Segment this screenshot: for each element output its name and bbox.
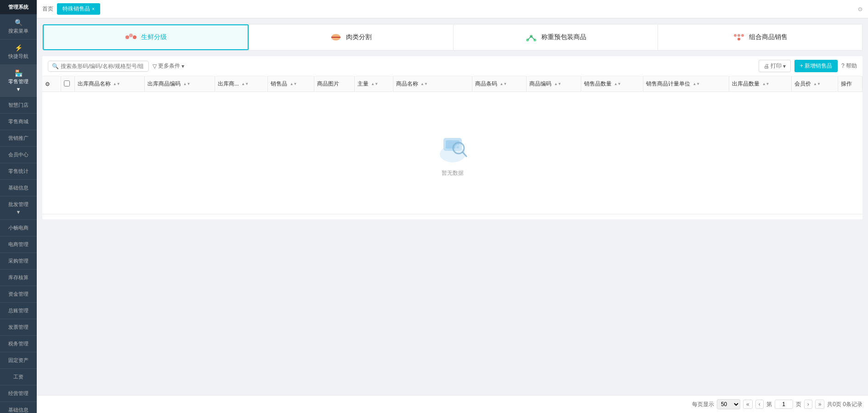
data-card: 🔍 ▽ 更多条件 ▾ 🖨 打印 ▾	[42, 56, 862, 219]
sort-arrows: ▲▼	[241, 82, 249, 86]
cat-tab-meat-cut[interactable]: 肉类分割	[249, 24, 453, 50]
sidebar-item-mini-ecom[interactable]: 小畅电商	[0, 220, 37, 236]
data-table: ⚙ 出库商品名称 ▲▼ 出库商品编码 ▲▼	[42, 76, 862, 92]
help-icon: ?	[841, 63, 845, 69]
sidebar-item-label: 固定资产	[8, 357, 28, 364]
tab-close-button[interactable]: ×	[92, 6, 95, 11]
sort-arrows: ▲▼	[183, 82, 191, 86]
sidebar-item-retail-stats[interactable]: 零售统计	[0, 163, 37, 180]
th-sale-item[interactable]: 销售品 ▲▼	[268, 76, 314, 92]
cat-tab-label: 组合商品销售	[749, 33, 788, 41]
th-out-name[interactable]: 出库商品名称 ▲▼	[74, 76, 145, 92]
settings-icon: ⚙	[45, 81, 50, 87]
sidebar-item-wholesale-mgmt[interactable]: 批发管理 ▼	[0, 196, 37, 220]
sidebar-item-ledger-mgmt[interactable]: 总账管理	[0, 303, 37, 319]
chevron-down-icon: ▼	[16, 209, 21, 215]
horizontal-scrollbar[interactable]	[42, 214, 862, 219]
svg-point-11	[738, 38, 740, 40]
toolbar: 🔍 ▽ 更多条件 ▾ 🖨 打印 ▾	[42, 56, 862, 76]
add-sale-item-button[interactable]: + 新增销售品	[794, 60, 838, 72]
th-sale-qty[interactable]: 销售品数量 ▲▼	[581, 76, 643, 92]
sort-arrows: ▲▼	[614, 82, 621, 86]
sidebar-item-retail-mall[interactable]: 零售商城	[0, 114, 37, 130]
sidebar-item-tax-mgmt[interactable]: 税务管理	[0, 336, 37, 352]
cat-tab-label: 生鲜分级	[141, 33, 167, 41]
sidebar-item-search-menu[interactable]: 🔍 搜索菜单	[0, 14, 37, 40]
th-out-code[interactable]: 出库商品编码 ▲▼	[145, 76, 215, 92]
svg-point-20	[457, 146, 459, 148]
filter-icon: ▽	[153, 63, 157, 69]
help-button[interactable]: ? 帮助	[841, 62, 857, 70]
sort-arrows: ▲▼	[500, 82, 507, 86]
th-out-qty[interactable]: 出库品数量 ▲▼	[729, 76, 791, 92]
th-out-spec[interactable]: 出库商... ▲▼	[215, 76, 267, 92]
sidebar-item-sales-promo[interactable]: 营销推广	[0, 130, 37, 147]
sidebar-item-label: 基础信息	[8, 184, 28, 191]
sidebar-item-label: 搜索菜单	[8, 28, 28, 34]
sidebar-item-label: 会员中心	[8, 151, 28, 158]
next-page-button[interactable]: ›	[804, 400, 812, 409]
prev-page-button[interactable]: ‹	[755, 400, 764, 409]
meat-cut-icon	[329, 32, 342, 43]
sidebar-item-invoice-mgmt[interactable]: 发票管理	[0, 319, 37, 336]
sidebar-item-ecom-mgmt[interactable]: 电商管理	[0, 236, 37, 253]
sidebar-item-quick-nav[interactable]: ⚡ 快捷导航	[0, 40, 37, 65]
svg-point-12	[741, 34, 744, 37]
sidebar-item-label: 智慧门店	[8, 102, 28, 109]
sidebar-item-label: 批发管理	[8, 201, 28, 208]
th-item-name[interactable]: 商品名称 ▲▼	[393, 76, 472, 92]
current-page-input[interactable]	[775, 400, 793, 409]
svg-point-0	[125, 35, 129, 39]
sidebar-item-label: 工资	[13, 373, 23, 380]
sidebar-item-label: 库存核算	[8, 274, 28, 281]
svg-line-9	[531, 36, 535, 40]
th-main-weight[interactable]: 主量 ▲▼	[354, 76, 393, 92]
sidebar: 管理系统 🔍 搜索菜单 ⚡ 快捷导航 🏪 零售管理 ▼ 智慧门店 零售商城 营销…	[0, 0, 37, 413]
sidebar-item-capital-mgmt[interactable]: 资金管理	[0, 286, 37, 303]
sidebar-item-basic-info2[interactable]: 基础信息	[0, 402, 37, 413]
sort-arrows: ▲▼	[290, 82, 297, 86]
search-input[interactable]	[61, 63, 143, 69]
sidebar-item-ops-mgmt[interactable]: 经营管理	[0, 385, 37, 402]
cat-tab-label: 肉类分割	[346, 33, 372, 41]
sidebar-item-label: 零售商城	[8, 118, 28, 125]
svg-point-18	[455, 144, 462, 152]
table-container: ⚙ 出库商品名称 ▲▼ 出库商品编码 ▲▼	[42, 76, 862, 214]
sidebar-item-inventory[interactable]: 库存核算	[0, 270, 37, 286]
search-box[interactable]: 🔍	[48, 61, 149, 72]
per-page-select[interactable]: 50 100 200	[717, 399, 740, 409]
sort-arrows: ▲▼	[813, 82, 821, 86]
cat-tab-weight-prepack[interactable]: 称重预包装商品	[454, 24, 658, 50]
print-button[interactable]: 🖨 打印 ▾	[759, 60, 791, 72]
total-info: 共0页 0条记录	[827, 401, 862, 408]
sidebar-item-member-center[interactable]: 会员中心	[0, 147, 37, 163]
th-item-barcode[interactable]: 商品条码 ▲▼	[472, 76, 527, 92]
th-member-price[interactable]: 会员价 ▲▼	[791, 76, 838, 92]
last-page-button[interactable]: »	[815, 400, 825, 409]
sort-arrows: ▲▼	[420, 82, 428, 86]
th-item-code[interactable]: 商品编码 ▲▼	[527, 76, 581, 92]
chevron-down-icon: ▾	[783, 63, 786, 69]
cat-tab-combo-sales[interactable]: 组合商品销售	[658, 24, 862, 50]
sidebar-item-retail-mgmt[interactable]: 🏪 零售管理 ▼	[0, 65, 37, 97]
page-label-before: 第	[766, 401, 772, 408]
th-checkbox[interactable]	[61, 76, 74, 92]
page-content: 生鲜分级 肉类分割 称重预包装商品	[37, 18, 868, 395]
sidebar-item-purchase-mgmt[interactable]: 采购管理	[0, 253, 37, 270]
sidebar-item-fixed-assets[interactable]: 固定资产	[0, 352, 37, 369]
sort-arrows: ▲▼	[762, 82, 770, 86]
empty-text: 暂无数据	[51, 169, 853, 177]
th-item-image[interactable]: 商品图片	[314, 76, 355, 92]
select-all-checkbox[interactable]	[64, 80, 70, 86]
sidebar-item-basic-info[interactable]: 基础信息	[0, 180, 37, 196]
sidebar-item-smart-store[interactable]: 智慧门店	[0, 97, 37, 114]
filter-button[interactable]: ▽ 更多条件 ▾	[153, 62, 184, 70]
th-settings[interactable]: ⚙	[42, 76, 61, 92]
sidebar-item-label: 营销推广	[8, 135, 28, 142]
cat-tab-fresh-grade[interactable]: 生鲜分级	[43, 24, 249, 50]
home-breadcrumb[interactable]: 首页	[42, 5, 53, 13]
sidebar-item-wages[interactable]: 工资	[0, 369, 37, 385]
active-tab[interactable]: 特殊销售品 ×	[57, 3, 100, 15]
th-sale-unit[interactable]: 销售商品计量单位 ▲▼	[643, 76, 729, 92]
first-page-button[interactable]: «	[743, 400, 753, 409]
